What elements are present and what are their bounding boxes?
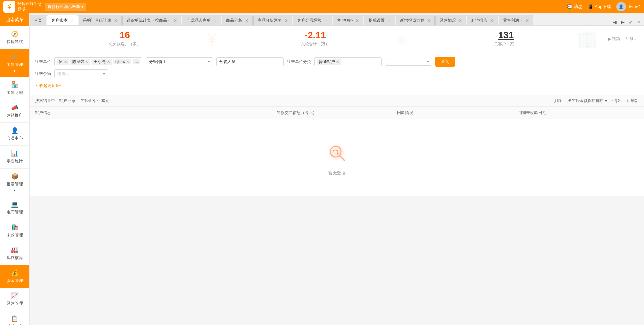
message-button[interactable]: 💬 消息 bbox=[567, 4, 583, 10]
refresh-icon: ↻ bbox=[626, 99, 630, 103]
user-profile[interactable]: 👤 demo2 bbox=[616, 2, 641, 11]
tab-close-all-button[interactable]: ✕ bbox=[635, 19, 642, 25]
tab-customer-accounts[interactable]: 客户账本✕ bbox=[47, 15, 78, 25]
person-select[interactable]: 分管人员 ··· bbox=[216, 57, 284, 66]
help-button[interactable]: ？ 帮助 bbox=[624, 36, 637, 42]
sidebar-item-ecommerce[interactable]: 💻电商管理 bbox=[0, 196, 29, 219]
nav-icon-retail-mall: 🏪 bbox=[11, 81, 18, 88]
unit-category-dropdown[interactable]: ▾ bbox=[385, 58, 432, 66]
tab-close-product-analysis-list[interactable]: ✕ bbox=[285, 18, 288, 23]
tab-product-analysis-list[interactable]: 商品分析列表✕ bbox=[253, 15, 292, 25]
filter-area: 往来单位 伍 ✕陈民强 ✕王小亮 ✕cjttcw ✕... 分管部门 ▾ 分管人… bbox=[30, 52, 644, 95]
results-info: 搜索结果中，客户 0 家 欠款金额 0.00元 bbox=[35, 98, 109, 104]
person-select-dots[interactable]: ··· bbox=[238, 59, 242, 64]
results-bar: 搜索结果中，客户 0 家 欠款金额 0.00元 排序： 按欠款金额倒序排序 bbox=[30, 95, 644, 107]
sidebar-search[interactable]: 搜索菜单 bbox=[0, 13, 29, 26]
refresh-button[interactable]: ↻ 刷新 bbox=[626, 98, 639, 104]
tab-retail-profit[interactable]: 零售利润（✕ bbox=[499, 15, 533, 25]
tab-prev-button[interactable]: ◀ bbox=[612, 19, 618, 25]
tab-customer-layered[interactable]: 客户分层经营✕ bbox=[293, 15, 332, 25]
tab-home[interactable]: 首页 bbox=[30, 15, 46, 25]
sidebar-item-purchase[interactable]: 🛍️采购管理 bbox=[0, 219, 29, 242]
tab-profit-report[interactable]: 利润报告✕ bbox=[467, 15, 498, 25]
export-icon: ↑ bbox=[611, 99, 613, 103]
tab-close-customer-accounts[interactable]: ✕ bbox=[70, 18, 74, 23]
tab-customer-contact[interactable]: 客户联络✕ bbox=[333, 15, 363, 25]
sub-arrow-icon: ▾ bbox=[14, 69, 15, 73]
empty-state: 暂无数据 bbox=[30, 119, 644, 196]
tab-close-purchase-order-stats[interactable]: ✕ bbox=[114, 18, 117, 23]
sidebar-item-retail-mall[interactable]: 🏪零售商城 bbox=[0, 77, 29, 100]
tag-close-icon[interactable]: ✕ bbox=[85, 60, 88, 64]
logo-text: 畅捷通好生意 标版 bbox=[17, 1, 42, 12]
tag-close-icon[interactable]: ✕ bbox=[64, 60, 67, 64]
more-tags-button[interactable]: ... bbox=[133, 59, 140, 64]
query-button[interactable]: 查询 bbox=[435, 57, 455, 67]
remain-select[interactable]: 选择... ▾ bbox=[54, 69, 108, 78]
tab-close-customer-layered[interactable]: ✕ bbox=[324, 18, 328, 23]
tab-close-retail-profit[interactable]: ✕ bbox=[526, 18, 529, 23]
sidebar-item-quick-nav[interactable]: 🧭快捷导航 bbox=[0, 26, 29, 49]
tab-close-tips-settings[interactable]: ✕ bbox=[387, 18, 391, 23]
dept-select[interactable]: 分管部门 ▾ bbox=[146, 57, 213, 66]
sidebar-item-basic-info[interactable]: 📋基础信息 bbox=[0, 311, 29, 325]
tab-new-tips-plan[interactable]: 新增提成方案✕ bbox=[396, 15, 435, 25]
sidebar-item-marketing[interactable]: 📣营销推广 bbox=[0, 100, 29, 123]
nav-icon-operations: 📈 bbox=[11, 292, 18, 299]
org-selector[interactable]: 母婴行业演示帐套 ▾ bbox=[45, 3, 86, 11]
tag-close-icon[interactable]: ✕ bbox=[336, 60, 339, 64]
export-button[interactable]: ↑ 导出 bbox=[611, 98, 622, 104]
tab-close-customer-contact[interactable]: ✕ bbox=[356, 18, 359, 23]
tab-tips-settings[interactable]: 提成设置✕ bbox=[364, 15, 395, 25]
sidebar-item-finance[interactable]: 💰资金管理 bbox=[0, 265, 29, 288]
tab-next-button[interactable]: ▶ bbox=[619, 19, 626, 25]
filter-row-2: 往来余额 选择... ▾ bbox=[35, 69, 639, 78]
owner-unit-tags[interactable]: 伍 ✕陈民强 ✕王小亮 ✕cjttcw ✕... bbox=[54, 57, 142, 66]
owner-unit-tag[interactable]: cjttcw ✕ bbox=[113, 59, 131, 64]
unit-category-tag[interactable]: 普通客户 ✕ bbox=[317, 59, 341, 65]
collapse-button[interactable]: ∧ 收起更多条件 bbox=[35, 83, 639, 89]
tab-label-purchase-order-stats: 采购订单统计表 bbox=[83, 17, 111, 23]
tab-label-retail-profit: 零售利润（ bbox=[503, 17, 523, 23]
tag-close-icon[interactable]: ✕ bbox=[107, 60, 110, 64]
video-help-button[interactable]: ▶ 视频 bbox=[608, 36, 620, 42]
tag-close-icon[interactable]: ✕ bbox=[126, 60, 129, 64]
tab-close-profit-report[interactable]: ✕ bbox=[490, 18, 493, 23]
sidebar-item-operations[interactable]: 📈经营管理 bbox=[0, 288, 29, 311]
stat-value-debtors: 16 bbox=[120, 31, 130, 40]
nav-icon-quick-nav: 🧭 bbox=[11, 30, 18, 38]
sidebar-item-retail-stats[interactable]: 📊零售统计 bbox=[0, 146, 29, 169]
tab-operation-status[interactable]: 经营情况✕ bbox=[435, 15, 466, 25]
sidebar-item-inventory[interactable]: 🏭库存核算 bbox=[0, 242, 29, 265]
tab-close-inventory-stats[interactable]: ✕ bbox=[174, 18, 177, 23]
table-col-1: 欠款交易信息（占比） bbox=[276, 110, 397, 116]
stat-total-debtors: ¥ 16 总欠款客户（家） bbox=[30, 26, 220, 52]
tab-close-cost-inbound[interactable]: ✕ bbox=[213, 18, 217, 23]
tab-bar: 首页客户账本✕采购订单统计表✕进货单统计表（按商品）✕产成品入库单✕商品分析✕商… bbox=[30, 13, 644, 26]
app-download-button[interactable]: 📱 App下载 bbox=[588, 4, 611, 10]
tab-inventory-stats[interactable]: 进货单统计表（按商品）✕ bbox=[122, 15, 181, 25]
tab-close-new-tips-plan[interactable]: ✕ bbox=[427, 18, 430, 23]
tab-label-product-analysis: 商品分析 bbox=[226, 17, 242, 23]
owner-unit-tag[interactable]: 陈民强 ✕ bbox=[70, 59, 90, 65]
sidebar-item-member-center[interactable]: 👤会员中心 bbox=[0, 123, 29, 146]
sidebar-item-batch-mgmt[interactable]: 📦批发管理▾ bbox=[0, 169, 29, 196]
tab-controls: ◀ ▶ ⤢ ✕ bbox=[610, 19, 644, 25]
tab-cost-inbound[interactable]: 产成品入库单✕ bbox=[182, 15, 221, 25]
sidebar-item-retail-mgmt[interactable]: 🛒零售管理▾ bbox=[0, 49, 29, 77]
owner-unit-tag[interactable]: 王小亮 ✕ bbox=[92, 59, 112, 65]
content-area: 首页客户账本✕采购订单统计表✕进货单统计表（按商品）✕产成品入库单✕商品分析✕商… bbox=[30, 13, 644, 325]
nav-icon-batch-mgmt: 📦 bbox=[11, 173, 18, 180]
tab-purchase-order-stats[interactable]: 采购订单统计表✕ bbox=[79, 15, 122, 25]
sort-arrow-icon: ▾ bbox=[605, 99, 607, 103]
unit-category-label: 往来单位分类 bbox=[287, 59, 311, 65]
tab-close-product-analysis[interactable]: ✕ bbox=[245, 18, 248, 23]
unit-category-tags[interactable]: 普通客户 ✕ bbox=[314, 57, 382, 66]
tab-maximize-button[interactable]: ⤢ bbox=[627, 19, 634, 25]
owner-unit-tag[interactable]: 伍 ✕ bbox=[57, 59, 69, 65]
remain-select-arrow: ▾ bbox=[103, 72, 105, 76]
tab-product-analysis[interactable]: 商品分析✕ bbox=[222, 15, 253, 25]
tab-label-cost-inbound: 产成品入库单 bbox=[186, 17, 211, 23]
tab-close-operation-status[interactable]: ✕ bbox=[459, 18, 462, 23]
sort-select[interactable]: 排序： 按欠款金额倒序排序 ▾ bbox=[554, 98, 607, 104]
